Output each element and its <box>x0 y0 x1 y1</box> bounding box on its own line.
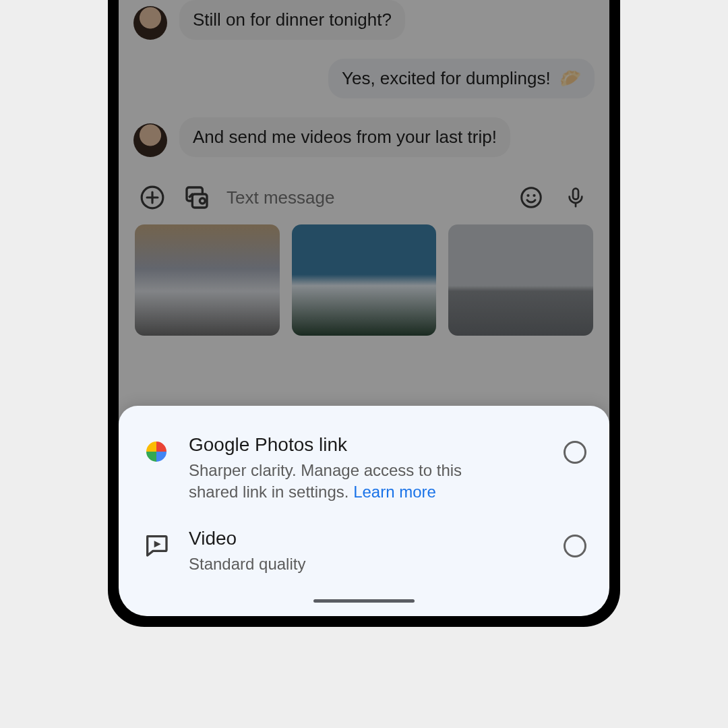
phone-frame: Still on for dinner tonight? Yes, excite… <box>108 0 620 627</box>
option-subtitle: Sharper clarity. Manage access to this s… <box>189 460 485 504</box>
share-option-google-photos[interactable]: Google Photos link Sharper clarity. Mana… <box>139 425 589 521</box>
option-title: Google Photos link <box>189 434 546 456</box>
option-subtitle: Standard quality <box>189 553 485 575</box>
google-photos-icon <box>142 437 171 466</box>
option-body: Google Photos link Sharper clarity. Mana… <box>189 434 546 504</box>
radio-button[interactable] <box>564 441 586 464</box>
option-title: Video <box>189 528 546 549</box>
screen: Still on for dinner tonight? Yes, excite… <box>119 0 609 616</box>
learn-more-link[interactable]: Learn more <box>353 483 436 501</box>
navigation-handle[interactable] <box>313 599 415 603</box>
radio-button[interactable] <box>564 535 586 557</box>
option-body: Video Standard quality <box>189 528 546 575</box>
video-message-icon <box>142 530 171 560</box>
share-option-video[interactable]: Video Standard quality <box>139 521 589 593</box>
share-options-sheet: Google Photos link Sharper clarity. Mana… <box>119 406 609 616</box>
